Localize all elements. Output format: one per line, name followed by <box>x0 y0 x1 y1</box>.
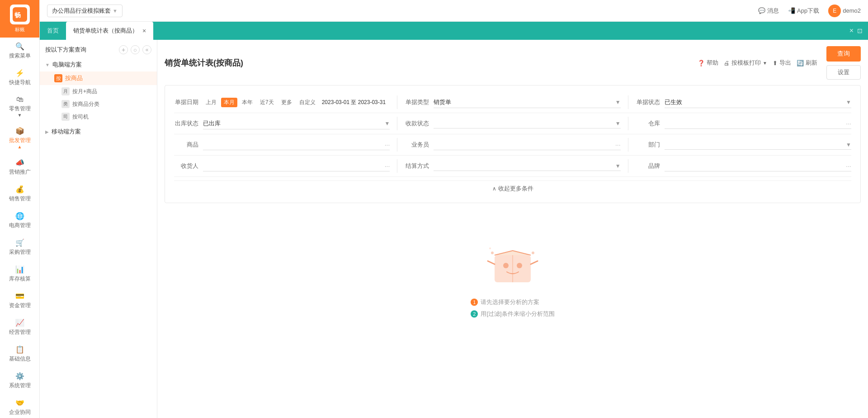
brand-input[interactable]: ··· <box>665 161 851 171</box>
receiver-input[interactable]: ··· <box>203 161 390 171</box>
dept-label: 部门 <box>636 141 665 149</box>
export-label: 导出 <box>779 59 791 67</box>
maximize-icon[interactable]: ⊡ <box>857 27 863 34</box>
collapse-panel-icon[interactable]: « <box>142 45 151 54</box>
sidebar-item-wholesale[interactable]: 📦 批发管理 ▲ <box>0 122 39 154</box>
tabbar: 首页 销货单统计表（按商品） × × ⊡ <box>40 22 868 40</box>
sidebar-item-search[interactable]: 🔍 搜索菜单 <box>0 38 39 64</box>
add-scheme-icon[interactable]: + <box>119 45 128 54</box>
sidebar-item-cooperation-label: 企业协同 <box>9 408 31 416</box>
message-label: 消息 <box>767 7 779 15</box>
date-tab-7days[interactable]: 近7天 <box>257 98 277 107</box>
message-btn[interactable]: 💬 消息 <box>758 7 779 15</box>
svg-point-7 <box>532 252 534 254</box>
app-download-btn[interactable]: 📲 App下载 <box>788 7 819 15</box>
logo-area[interactable]: 畅 标账 <box>0 0 39 38</box>
sidebar-item-base[interactable]: 📋 基础信息 <box>0 341 39 367</box>
receiver-filter: 收货人 ··· <box>174 161 390 171</box>
staff-dots[interactable]: ··· <box>615 141 621 148</box>
date-tab-custom[interactable]: 自定义 <box>297 98 318 107</box>
close-window-icon[interactable]: × <box>849 27 854 35</box>
storage-dots[interactable]: ··· <box>846 120 851 127</box>
print-label: 按模板打印 <box>731 59 761 67</box>
sidebar-item-retail[interactable]: 🛍 零售管理 ▼ <box>0 91 39 122</box>
sidebar-item-cooperation[interactable]: 🤝 企业协同 <box>0 394 39 418</box>
tab-report[interactable]: 销货单统计表（按商品） × <box>66 22 153 40</box>
sidebar-item-ecommerce[interactable]: 🌐 电商管理 <box>0 207 39 234</box>
sidebar-item-finance[interactable]: 💳 资金管理 <box>0 287 39 314</box>
scheme-item-by-goods[interactable]: 按 按商品 <box>40 71 157 85</box>
goods-dots[interactable]: ··· <box>385 141 390 148</box>
warehouse-select[interactable]: 已出库 ▼ <box>203 118 390 129</box>
type-select[interactable]: 销货单 ▼ <box>434 97 620 108</box>
dept-select[interactable]: ▼ <box>665 140 851 150</box>
content-wrapper: 按以下方案查询 + ○ « ▼ 电脑端方案 按 <box>40 40 868 418</box>
scheme-sub-item-month-goods[interactable]: 月 按月+商品 <box>40 85 157 98</box>
help-icon: ❓ <box>698 60 705 66</box>
finance-icon: 💳 <box>15 292 24 300</box>
date-tab-current-year[interactable]: 本年 <box>239 98 255 107</box>
refresh-icon: 🔄 <box>797 60 804 66</box>
scheme-sub-item-driver[interactable]: 司 按司机 <box>40 110 157 123</box>
sidebar-item-sales-label: 销售管理 <box>9 195 31 203</box>
date-tabs-container: 上月 本月 本年 近7天 更多 自定义 <box>203 98 318 107</box>
pay-method-arrow: ▼ <box>615 163 621 169</box>
date-range: 2023-03-01 至 2023-03-31 <box>322 99 386 106</box>
divider-1 <box>397 95 397 109</box>
staff-input[interactable]: ··· <box>434 140 620 150</box>
left-panel: 按以下方案查询 + ○ « ▼ 电脑端方案 按 <box>40 40 157 418</box>
scheme-by-goods-icon: 按 <box>54 74 62 82</box>
sidebar-item-finance-label: 资金管理 <box>9 302 31 309</box>
date-tab-prev-month[interactable]: 上月 <box>203 98 219 107</box>
print-btn[interactable]: 🖨 按模板打印 ▼ <box>724 59 767 67</box>
goods-input[interactable]: ··· <box>203 140 390 150</box>
help-btn[interactable]: ❓ 帮助 <box>698 59 718 67</box>
collapse-chevron-icon: ∧ <box>492 185 496 192</box>
sidebar-item-quicknav[interactable]: ⚡ 快捷导航 <box>0 64 39 91</box>
base-icon: 📋 <box>15 345 24 354</box>
settings-button[interactable]: 设置 <box>826 65 861 80</box>
sidebar-item-quicknav-label: 快捷导航 <box>9 79 31 86</box>
scheme-sub-item-category[interactable]: 类 按商品分类 <box>40 98 157 110</box>
tab-close-icon[interactable]: × <box>142 27 146 34</box>
collapse-bar[interactable]: ∧ 收起更多条件 <box>174 180 851 196</box>
sidebar-item-inventory[interactable]: 📊 库存核算 <box>0 261 39 287</box>
company-select[interactable]: 办公用品行业模拟账套 ▼ <box>47 5 123 17</box>
receiver-dots[interactable]: ··· <box>385 162 390 170</box>
date-tab-more[interactable]: 更多 <box>278 98 295 107</box>
sidebar-item-marketing[interactable]: 📣 营销推广 <box>0 154 39 180</box>
pay-select[interactable]: ▼ <box>434 119 620 128</box>
edit-scheme-icon[interactable]: ○ <box>131 45 140 54</box>
brand-dots[interactable]: ··· <box>846 162 851 170</box>
storage-input[interactable]: ··· <box>665 119 851 129</box>
sidebar-menu: 🔍 搜索菜单 ⚡ 快捷导航 🛍 零售管理 ▼ 📦 批发管理 ▲ 📣 营销推广 <box>0 38 39 418</box>
sidebar-item-purchase[interactable]: 🛒 采购管理 <box>0 234 39 261</box>
date-tab-current-month[interactable]: 本月 <box>221 98 237 107</box>
refresh-btn[interactable]: 🔄 刷新 <box>797 59 817 67</box>
status-select[interactable]: 已生效 ▼ <box>665 97 851 108</box>
scheme-group-mobile-header[interactable]: ▶ 移动端方案 <box>40 125 157 138</box>
scheme-section: ▼ 电脑端方案 按 按商品 月 按月+商品 类 <box>40 58 157 138</box>
desktop-chevron-icon: ▼ <box>45 62 50 67</box>
tab-home[interactable]: 首页 <box>40 22 66 40</box>
ecommerce-icon: 🌐 <box>15 212 24 220</box>
sub-item-category-label: 按商品分类 <box>72 100 99 108</box>
sidebar-item-marketing-label: 营销推广 <box>9 168 31 176</box>
divider-5 <box>397 138 397 152</box>
sidebar-item-retail-label: 零售管理 <box>9 105 31 113</box>
svg-point-3 <box>503 263 509 268</box>
sidebar-item-sales[interactable]: 💰 销售管理 <box>0 180 39 207</box>
scheme-group-desktop-header[interactable]: ▼ 电脑端方案 <box>40 58 157 71</box>
export-btn[interactable]: ⬆ 导出 <box>773 59 791 67</box>
sidebar-item-system[interactable]: ⚙️ 系统管理 <box>0 367 39 394</box>
user-btn[interactable]: E demo2 <box>828 5 861 17</box>
refresh-label: 刷新 <box>806 59 817 67</box>
dept-arrow: ▼ <box>846 142 851 148</box>
empty-tip-1: 1 请先选择要分析的方案 <box>471 296 554 308</box>
sidebar-item-wholesale-label: 批发管理 <box>9 137 31 144</box>
query-button[interactable]: 查询 <box>826 46 861 62</box>
marketing-icon: 📣 <box>15 158 24 167</box>
sidebar-item-operations[interactable]: 📈 经营管理 <box>0 314 39 341</box>
pay-method-select[interactable]: ▼ <box>434 162 620 171</box>
tip-text-1: 请先选择要分析的方案 <box>481 296 539 308</box>
